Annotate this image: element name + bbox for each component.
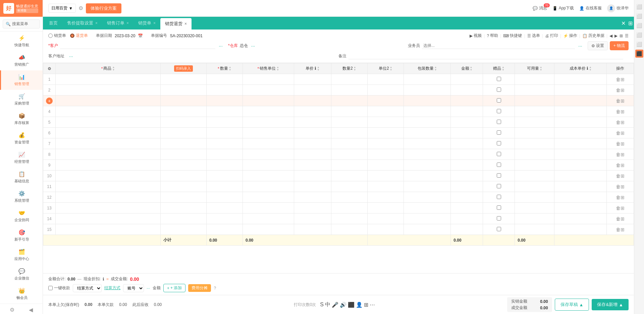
sidebar-item-sales[interactable]: 📊 销售管理 bbox=[0, 70, 43, 90]
delete-row-button[interactable]: 🗑 bbox=[616, 120, 621, 125]
tab-sales-return-close[interactable]: × bbox=[184, 21, 187, 26]
warehouse-dots[interactable]: ··· bbox=[251, 43, 255, 49]
delete-row-button[interactable]: 🗑 bbox=[616, 227, 621, 232]
panel-btn-active[interactable]: ⬛ bbox=[635, 50, 643, 58]
staff-dots[interactable]: ··· bbox=[578, 43, 582, 49]
delete-row-button[interactable]: 🗑 bbox=[616, 216, 621, 222]
sidebar-item-purchase[interactable]: 🛒 采购管理 bbox=[0, 90, 43, 109]
panel-btn-3[interactable]: ⬜ bbox=[635, 21, 643, 29]
tool-user-icon[interactable]: 👤 bbox=[356, 302, 363, 308]
one-click-payment-input[interactable] bbox=[48, 286, 53, 290]
delete-row-button[interactable]: 🗑 bbox=[616, 195, 621, 200]
tool-zh-icon[interactable]: 中 bbox=[325, 301, 330, 308]
copy-row-button[interactable]: ⊞ bbox=[621, 87, 625, 93]
sidebar-item-inventory[interactable]: 📦 库存核算 bbox=[0, 109, 43, 129]
add-row-button[interactable]: + bbox=[46, 98, 53, 104]
delete-row-button[interactable]: 🗑 bbox=[616, 98, 621, 104]
sidebar-settings-btn[interactable]: ⚙ bbox=[10, 307, 14, 313]
sidebar-collapse-btn[interactable]: ◀ bbox=[29, 307, 33, 313]
tab-menu-icon[interactable]: ⊞ bbox=[628, 20, 633, 26]
gift-checkbox[interactable] bbox=[497, 130, 501, 135]
copy-row-button[interactable]: ⊞ bbox=[621, 195, 625, 200]
gift-checkbox[interactable] bbox=[497, 141, 501, 145]
copy-row-button[interactable]: ⊞ bbox=[621, 216, 625, 222]
copy-row-button[interactable]: ⊞ bbox=[621, 184, 625, 189]
toolbar-operate[interactable]: ⚡ 操作 bbox=[563, 33, 577, 39]
copy-row-button[interactable]: ⊞ bbox=[621, 77, 625, 82]
sidebar-item-marketing[interactable]: 📣 营销推广 bbox=[0, 51, 43, 70]
sidebar-item-finance[interactable]: 💰 资金管理 bbox=[0, 129, 43, 148]
sidebar-item-enterprise[interactable]: 🤝 企业协同 bbox=[0, 206, 43, 226]
copy-row-button[interactable]: ⊞ bbox=[621, 98, 625, 104]
copy-row-button[interactable]: ⊞ bbox=[621, 120, 625, 125]
delete-row-button[interactable]: 🗑 bbox=[616, 130, 621, 136]
tab-sales-delivery-close[interactable]: × bbox=[153, 21, 156, 25]
gift-checkbox[interactable] bbox=[497, 109, 501, 113]
sidebar-item-basic[interactable]: 📋 基础信息 bbox=[0, 168, 43, 187]
radio-return[interactable]: 退货单 bbox=[70, 33, 88, 39]
gift-checkbox[interactable] bbox=[497, 205, 501, 210]
gift-checkbox[interactable] bbox=[497, 184, 501, 188]
tab-sales-order[interactable]: 销售订单 × bbox=[102, 17, 133, 29]
panel-btn-4[interactable]: ⬜ bbox=[635, 31, 643, 39]
scan-button[interactable]: 扫码录入 bbox=[174, 65, 193, 72]
toolbar-print[interactable]: 🖨 打印 bbox=[545, 33, 558, 39]
gift-checkbox[interactable] bbox=[497, 216, 501, 221]
toolbar-shortcut[interactable]: ⌨ 快捷键 bbox=[503, 33, 522, 39]
tool-qr-icon[interactable]: ⊞ bbox=[364, 302, 368, 308]
delete-row-button[interactable]: 🗑 bbox=[616, 173, 621, 179]
toolbar-list-view[interactable]: ⊞ bbox=[620, 34, 623, 38]
sidebar-item-system[interactable]: ⚙️ 系统管理 bbox=[0, 187, 43, 206]
topbar-gear-icon[interactable]: ⚙ bbox=[78, 5, 83, 11]
notes-input[interactable] bbox=[348, 53, 623, 59]
sidebar-item-newbie[interactable]: 🎯 新手引导 bbox=[0, 226, 43, 245]
settle-method-link[interactable]: 结算方式 bbox=[104, 285, 120, 291]
toolbar-next[interactable]: ▶ bbox=[614, 34, 618, 38]
customer-input[interactable] bbox=[60, 43, 216, 49]
fee-split-button[interactable]: 费用分摊 bbox=[188, 284, 211, 292]
copy-row-button[interactable]: ⊞ bbox=[621, 163, 625, 168]
toolbar-prev[interactable]: ◀ bbox=[609, 34, 612, 38]
tab-home[interactable]: 首页 bbox=[44, 17, 62, 29]
gift-checkbox[interactable] bbox=[497, 87, 501, 92]
settings-button[interactable]: ⚙ 设置 bbox=[588, 41, 608, 50]
app-download-button[interactable]: 📱 App下载 bbox=[552, 5, 574, 11]
copy-row-button[interactable]: ⊞ bbox=[621, 152, 625, 157]
radio-return-input[interactable] bbox=[70, 34, 74, 38]
tool-extra-icon[interactable]: ⋯ bbox=[370, 302, 375, 308]
daily-goods-select[interactable]: 日用百货 ▼ bbox=[48, 4, 76, 13]
save-draft-button[interactable]: 保存草稿 ▲ bbox=[555, 299, 589, 311]
tab-price-setting-close[interactable]: × bbox=[95, 21, 98, 25]
search-menu-button[interactable]: 🔍 搜索菜单 bbox=[3, 19, 40, 28]
delete-row-button[interactable]: 🗑 bbox=[616, 141, 621, 146]
tool-voice-icon[interactable]: 🔊 bbox=[340, 302, 346, 308]
logistics-button[interactable]: + 物流 bbox=[610, 41, 629, 50]
tab-sales-order-close[interactable]: × bbox=[126, 21, 129, 25]
copy-row-button[interactable]: ⊞ bbox=[621, 227, 625, 232]
delete-row-button[interactable]: 🗑 bbox=[616, 205, 621, 211]
fee-help-icon[interactable]: ? bbox=[214, 286, 216, 291]
tool-scan-icon[interactable]: ⬛ bbox=[348, 302, 355, 308]
calc-equals[interactable]: = bbox=[106, 277, 109, 281]
tool-mic-icon[interactable]: 🎤 bbox=[332, 302, 338, 308]
delete-row-button[interactable]: 🗑 bbox=[616, 87, 621, 93]
sidebar-item-appstore[interactable]: 🗂️ 应用中心 bbox=[0, 245, 43, 265]
toolbar-history[interactable]: 📋 历史单据 bbox=[582, 33, 604, 39]
online-service-button[interactable]: 👤 在线客服 bbox=[579, 5, 602, 11]
tab-price-setting[interactable]: 售价提取设置 × bbox=[62, 17, 102, 29]
copy-row-button[interactable]: ⊞ bbox=[621, 109, 625, 114]
account-dots[interactable]: ··· bbox=[147, 286, 150, 291]
delete-row-button[interactable]: 🗑 bbox=[616, 184, 621, 189]
save-new-button[interactable]: 保存&新增 ▲ bbox=[592, 299, 629, 310]
sidebar-item-quicknav[interactable]: ⚡ 快捷导航 bbox=[0, 32, 43, 51]
gift-checkbox[interactable] bbox=[497, 227, 501, 231]
delete-row-button[interactable]: 🗑 bbox=[616, 77, 621, 82]
user-menu[interactable]: 👤 徐泽华 bbox=[607, 4, 629, 12]
gift-checkbox[interactable] bbox=[497, 120, 501, 124]
one-click-payment-check[interactable]: 一键收款 bbox=[48, 285, 70, 291]
add-payment-button[interactable]: + + 添加 bbox=[163, 284, 185, 292]
message-button[interactable]: 💬 消息 70 bbox=[533, 5, 547, 11]
copy-row-button[interactable]: ⊞ bbox=[621, 141, 625, 146]
delete-row-button[interactable]: 🗑 bbox=[616, 163, 621, 168]
toolbar-help[interactable]: ? 帮助 bbox=[487, 33, 498, 39]
